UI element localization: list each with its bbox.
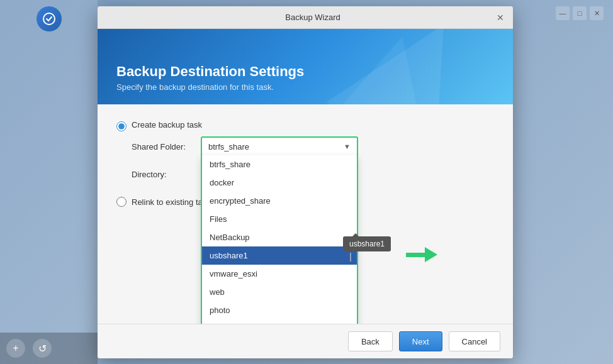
create-task-radio[interactable] (116, 121, 127, 131)
dropdown-item-web[interactable]: web (202, 283, 357, 301)
shared-folder-dropdown-wrapper: btrfs_share ▼ btrfs_share docker encrypt… (201, 136, 358, 157)
history-button[interactable]: ↺ (33, 339, 52, 358)
tooltip: usbshare1 (343, 236, 391, 251)
dropdown-item-files[interactable]: Files (202, 210, 357, 228)
next-button[interactable]: Next (399, 331, 442, 351)
app-icon[interactable] (37, 6, 62, 31)
dropdown-item-projects[interactable]: Projects (202, 319, 357, 324)
arrow-indicator (406, 247, 437, 262)
svg-point-0 (43, 13, 55, 25)
footer: Back Next Cancel (98, 324, 513, 358)
radio-group: Create backup task Shared Folder: btrfs_… (116, 120, 494, 184)
header-banner: Backup Destination Settings Specify the … (98, 29, 513, 104)
header-subtitle: Specify the backup destination for this … (116, 82, 304, 92)
header-text: Backup Destination Settings Specify the … (116, 63, 304, 92)
dialog-title: Backup Wizard (130, 13, 495, 22)
dropdown-selected-value: btrfs_share (208, 142, 249, 152)
dropdown-item-encrypted-share[interactable]: encrypted_share (202, 192, 357, 210)
relink-task-label: Relink to existing task (132, 197, 211, 207)
content-area: Create backup task Shared Folder: btrfs_… (98, 104, 513, 324)
dropdown-item-netbackup[interactable]: NetBackup (202, 228, 357, 246)
backup-wizard-dialog: Backup Wizard ✕ Backup Destination Setti… (98, 6, 513, 358)
back-button[interactable]: Back (348, 331, 393, 351)
taskbar: + ↺ (0, 0, 98, 364)
relink-task-radio[interactable] (116, 197, 127, 207)
green-arrow-icon (425, 247, 437, 262)
os-maximize-button[interactable]: □ (573, 6, 587, 20)
create-task-radio-item: Create backup task (116, 120, 494, 131)
dropdown-item-docker[interactable]: docker (202, 174, 357, 192)
dropdown-list: btrfs_share docker encrypted_share Files… (201, 155, 358, 324)
dropdown-item-photo[interactable]: photo (202, 301, 357, 319)
title-bar-controls: ✕ (495, 13, 505, 23)
taskbar-bottom-bar: + ↺ (0, 333, 98, 364)
dropdown-item-btrfs-share[interactable]: btrfs_share (202, 155, 357, 174)
add-button[interactable]: + (6, 339, 25, 358)
header-title: Backup Destination Settings (116, 63, 304, 80)
title-bar: Backup Wizard ✕ (98, 6, 513, 29)
dropdown-item-vmware-esxi[interactable]: vmware_esxi (202, 265, 357, 283)
cancel-button[interactable]: Cancel (449, 331, 500, 351)
cursor-icon: | (349, 250, 352, 261)
os-close-button[interactable]: ✕ (590, 6, 604, 20)
shared-folder-label: Shared Folder: (132, 142, 201, 152)
shared-folder-field: Shared Folder: btrfs_share ▼ btrfs_share… (132, 136, 494, 157)
dialog-close-button[interactable]: ✕ (495, 13, 505, 23)
dropdown-arrow-icon: ▼ (344, 143, 351, 150)
os-window-controls: — □ ✕ (556, 6, 604, 20)
desktop: + ↺ — □ ✕ Backup Wizard ✕ Backup Destina… (0, 0, 613, 364)
os-minimize-button[interactable]: — (556, 6, 570, 20)
shared-folder-dropdown[interactable]: btrfs_share ▼ (201, 136, 358, 157)
create-task-label: Create backup task (132, 120, 202, 130)
dropdown-item-usbshare1[interactable]: usbshare1 | (202, 246, 357, 265)
directory-label: Directory: (132, 170, 201, 179)
arrow-stem (406, 253, 425, 257)
